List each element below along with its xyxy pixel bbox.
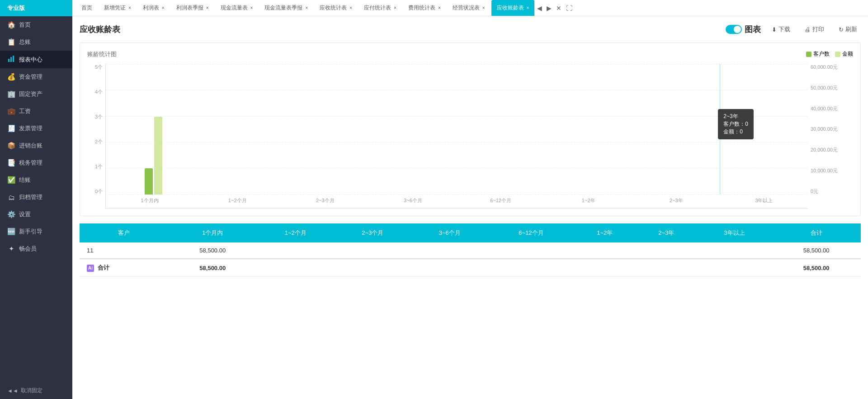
col-header-m1: 1个月内 [168,223,257,242]
funds-icon: 💰 [7,73,15,81]
cell-total: 58,500.00 [772,242,861,259]
sidebar-item-tax[interactable]: 📑 税务管理 [0,154,72,171]
assets-icon: 🏢 [7,90,15,98]
x-label-0: 1个月内 [106,195,193,208]
tab-close-icon[interactable]: × [250,5,253,10]
sidebar-item-label: 设置 [19,210,31,218]
sidebar-item-settings[interactable]: ⚙️ 设置 [0,206,72,223]
chart-toggle-wrap: 图表 [726,24,761,35]
tab-close-icon[interactable]: × [349,5,352,10]
y-label: 3个 [95,114,103,120]
tab-next-button[interactable]: ▶ [545,4,553,13]
sidebar-item-label: 进销台账 [19,142,42,150]
tab-close-icon[interactable]: × [482,5,485,10]
tab-ar-aging[interactable]: 应收账龄表 × [491,0,535,16]
page-content: 应收账龄表 图表 ⬇ 下载 🖨 打印 ↻ 刷新 [72,16,868,399]
tab-close-icon[interactable]: × [527,5,529,10]
svg-rect-1 [10,57,12,62]
data-table: 客户 1个月内 1~2个月 2~3个月 3~6个月 6~12个月 1~2年 2~… [80,223,861,277]
tab-expand-button[interactable]: ⛶ [564,4,574,13]
sidebar-item-label: 总账 [19,38,31,46]
x-label-4: 6~12个月 [457,195,545,208]
sidebar-item-archive[interactable]: 🗂 归档管理 [0,189,72,206]
y-label: 5个 [95,64,103,71]
cell-total-m5 [488,259,574,277]
tab-close-icon[interactable]: × [438,5,441,10]
y-right-label: 0元 [811,188,818,195]
cell-m5 [488,242,574,259]
tab-business[interactable]: 经营状况表 × [447,0,491,16]
ledger-icon: 📋 [7,38,15,46]
sidebar-item-label: 报表中心 [19,56,42,64]
sidebar-item-ledger[interactable]: 📋 总账 [0,33,72,51]
sidebar-item-reports[interactable]: 报表中心 [0,51,72,68]
unpin-button[interactable]: ◄◄ 取消固定 [0,382,72,399]
tab-profit-quarterly[interactable]: 利润表季报 × [171,0,214,16]
col-header-m2: 1~2个月 [257,223,335,242]
tab-voucher[interactable]: 新增凭证 × [99,0,137,16]
print-button[interactable]: 🖨 打印 [801,24,828,35]
page-header: 应收账龄表 图表 ⬇ 下载 🖨 打印 ↻ 刷新 [80,24,861,35]
sidebar-item-invoice[interactable]: 🧾 发票管理 [0,120,72,137]
tab-home[interactable]: 首页 [76,0,98,16]
cell-total-m2 [257,259,335,277]
sidebar-item-label: 发票管理 [19,124,42,133]
sidebar-item-guide[interactable]: 🆕 新手引导 [0,223,72,240]
download-button[interactable]: ⬇ 下载 [768,24,794,35]
bars-area [106,64,808,195]
chart-tooltip: 2~3年 客户数：0 金额：0 [718,109,754,139]
sidebar-item-salary[interactable]: 💼 工资 [0,103,72,120]
chart-plot-area: 1个月内 1~2个月 2~3个月 3~6个月 6~12个月 1~2年 2~3年 … [105,64,808,209]
total-icon: Ai [87,265,94,272]
tab-cashflow[interactable]: 现金流量表 × [215,0,259,16]
sidebar-item-home[interactable]: 🏠 首页 [0,16,72,33]
cell-total-m3 [334,259,411,277]
tab-ar-stat[interactable]: 应收统计表 × [314,0,358,16]
y-right-label: 30,000.00元 [811,126,838,133]
chart-toggle[interactable] [726,25,742,34]
sidebar-item-label: 税务管理 [19,159,42,167]
tab-bar: 首页 新增凭证 × 利润表 × 利润表季报 × 现金流量表 × 现金流量表季报 … [72,0,868,16]
bar-amount-0 [154,117,162,195]
tab-expense[interactable]: 费用统计表 × [403,0,446,16]
sidebar-item-label: 结账 [19,176,31,184]
sidebar-item-settle[interactable]: ✅ 结账 [0,171,72,189]
table-header-row: 客户 1个月内 1~2个月 2~3个月 3~6个月 6~12个月 1~2年 2~… [80,223,861,242]
tab-close-icon[interactable]: × [394,5,396,10]
sidebar-item-funds[interactable]: 💰 资金管理 [0,68,72,86]
col-header-m8: 3年以上 [697,223,772,242]
sidebar-item-stock[interactable]: 📦 进销台账 [0,137,72,154]
legend-amount: 金额 [835,50,853,58]
x-label-2: 2~3个月 [281,195,369,208]
tab-close-all-button[interactable]: ✕ [554,4,563,13]
settings-icon: ⚙️ [7,210,15,218]
tab-profit[interactable]: 利润表 × [137,0,170,16]
sidebar-item-label: 资金管理 [19,73,42,81]
tab-prev-button[interactable]: ◀ [535,4,544,13]
guide-icon: 🆕 [7,228,15,236]
tab-close-icon[interactable]: × [128,5,131,10]
col-header-m7: 2~3年 [636,223,697,242]
sidebar-item-label: 固定资产 [19,90,42,98]
cell-total-sum: 58,500.00 [772,259,861,277]
col-header-m6: 1~2年 [574,223,636,242]
y-label: 0个 [95,188,103,195]
y-label: 4个 [95,89,103,95]
tab-close-icon[interactable]: × [305,5,308,10]
sidebar-item-member[interactable]: ✦ 畅会员 [0,240,72,257]
tab-cashflow-quarterly[interactable]: 现金流量表季报 × [259,0,313,16]
refresh-button[interactable]: ↻ 刷新 [835,24,861,35]
chart-container: 账龄统计图 客户数 金额 5个 4个 3个 2个 1个 [80,43,861,216]
tab-close-icon[interactable]: × [206,5,209,10]
bar-customers-0 [145,168,153,195]
cell-total-label: Ai 合计 [80,259,168,277]
x-label-3: 3~6个月 [369,195,457,208]
tab-close-icon[interactable]: × [162,5,165,10]
salary-icon: 💼 [7,107,15,115]
legend-customer-dot [806,52,811,57]
tab-ap-stat[interactable]: 应付统计表 × [359,0,402,16]
sidebar-item-label: 工资 [19,107,31,115]
legend-customers: 客户数 [806,50,830,58]
member-icon: ✦ [7,245,15,253]
sidebar-item-assets[interactable]: 🏢 固定资产 [0,86,72,103]
